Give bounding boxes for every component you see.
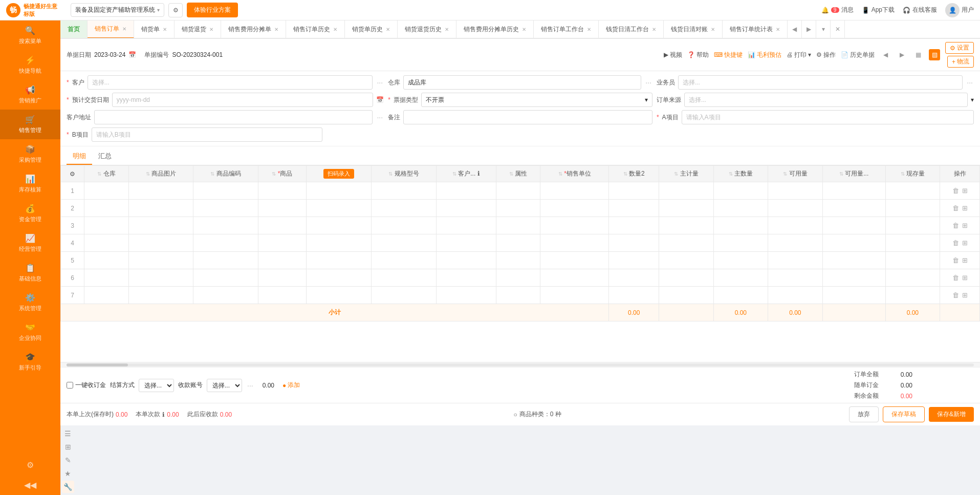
customer-input[interactable]: 选择... xyxy=(88,75,373,90)
row-copy-icon[interactable]: ⊞ xyxy=(962,204,968,212)
profit-button[interactable]: 📊 毛利预估 xyxy=(748,51,781,59)
salesperson-more-button[interactable]: ··· xyxy=(966,78,974,87)
tab-close-icon[interactable]: ✕ xyxy=(776,27,780,32)
panel-icon-3[interactable]: ✎ xyxy=(62,454,74,466)
user-menu[interactable]: 👤 用户 xyxy=(945,3,974,17)
tab-next-button[interactable]: ▶ xyxy=(802,20,816,38)
help-button[interactable]: ❓ 帮助 xyxy=(687,51,709,59)
list-view-button[interactable]: ▧ xyxy=(929,49,940,60)
sidebar-item-basic[interactable]: 📋 基础信息 xyxy=(0,258,60,288)
project-a-input[interactable]: 请输入A项目 xyxy=(682,110,974,124)
detail-tab-summary[interactable]: 汇总 xyxy=(92,149,118,165)
save-new-button[interactable]: 保存&新增 xyxy=(929,407,974,422)
row-delete-icon[interactable]: 🗑 xyxy=(952,204,959,212)
sidebar-item-operations[interactable]: 📈 经营管理 xyxy=(0,228,60,258)
row-sku[interactable] xyxy=(193,182,258,200)
tab-close-icon[interactable]: ✕ xyxy=(209,27,213,32)
sidebar-settings-button[interactable]: ⚙ xyxy=(0,455,60,475)
row-warehouse[interactable] xyxy=(84,182,129,200)
add-logistics-button[interactable]: + 物流 xyxy=(947,56,974,68)
delivery-date-input[interactable]: yyyy-mm-dd xyxy=(112,93,373,107)
tab-close-icon[interactable]: ✕ xyxy=(587,27,591,32)
col-scan[interactable]: 扫码录入 xyxy=(306,166,371,182)
customer-address-input[interactable] xyxy=(94,110,373,124)
row-product[interactable] xyxy=(258,182,306,200)
tab-prev-button[interactable]: ◀ xyxy=(788,20,802,38)
row-qty2[interactable] xyxy=(609,182,659,200)
tab-sales-order[interactable]: 销售订单 ✕ xyxy=(88,20,134,38)
tab-close-all-button[interactable]: ✕ xyxy=(831,20,845,38)
row-delete-icon[interactable]: 🗑 xyxy=(952,239,959,247)
tab-close-icon[interactable]: ✕ xyxy=(445,27,449,32)
layout-next-button[interactable]: ▶ xyxy=(896,49,907,60)
scroll-thumb[interactable] xyxy=(67,363,128,367)
col-settings[interactable]: ⚙ xyxy=(61,166,84,182)
row-unit[interactable] xyxy=(540,182,609,200)
tab-menu-button[interactable]: ▾ xyxy=(816,20,831,38)
layout-prev-button[interactable]: ◀ xyxy=(880,49,891,60)
settings-button[interactable]: ⚙ xyxy=(168,3,183,17)
row-delete-icon[interactable]: 🗑 xyxy=(952,274,959,282)
sidebar-item-marketing[interactable]: 📢 营销推广 xyxy=(0,80,60,110)
scan-button[interactable]: 扫码录入 xyxy=(323,169,354,179)
row-delete-icon[interactable]: 🗑 xyxy=(952,222,959,229)
save-draft-button[interactable]: 保存草稿 xyxy=(883,406,925,422)
row-copy-icon[interactable]: ⊞ xyxy=(962,239,968,247)
tab-close-icon[interactable]: ✕ xyxy=(386,27,390,32)
panel-icon-5[interactable]: 🔧 xyxy=(62,481,74,493)
warehouse-input[interactable]: 成品库 xyxy=(403,75,641,90)
project-b-input[interactable]: 请输入B项目 xyxy=(92,127,322,142)
panel-icon-1[interactable]: ☰ xyxy=(62,427,74,440)
row-copy-icon[interactable]: ⊞ xyxy=(962,256,968,264)
tab-sales-refund-history[interactable]: 销货退货历史 ✕ xyxy=(398,20,456,38)
sidebar-item-finance[interactable]: 💰 资金管理 xyxy=(0,199,60,228)
discard-button[interactable]: 放弃 xyxy=(849,406,879,422)
address-more-button[interactable]: ··· xyxy=(376,113,384,121)
tab-close-icon[interactable]: ✕ xyxy=(333,27,337,32)
order-source-input[interactable]: 选择... xyxy=(684,93,968,107)
sidebar-item-guide[interactable]: 🎓 新手引导 xyxy=(0,347,60,377)
tab-close-icon[interactable]: ✕ xyxy=(711,27,715,32)
tab-sales-expense-history[interactable]: 销售费用分摊单历史 ✕ xyxy=(456,20,534,38)
tab-home[interactable]: 首页 xyxy=(60,20,88,38)
operations-button[interactable]: ⚙ 操作 xyxy=(816,51,836,59)
sidebar-item-enterprise[interactable]: 🤝 企业协同 xyxy=(0,317,60,347)
account-more-button[interactable]: ··· xyxy=(246,381,254,390)
sidebar-item-quicknav[interactable]: ⚡ 快捷导航 xyxy=(0,50,60,80)
row-delete-icon[interactable]: 🗑 xyxy=(952,291,959,299)
tab-close-icon[interactable]: ✕ xyxy=(274,27,278,32)
detail-tab-detail[interactable]: 明细 xyxy=(67,149,92,165)
salesperson-input[interactable]: 选择... xyxy=(678,75,963,90)
row-copy-icon[interactable]: ⊞ xyxy=(962,187,968,195)
print-button[interactable]: 🖨 打印 ▾ xyxy=(787,51,811,59)
warehouse-more-button[interactable]: ··· xyxy=(644,78,652,87)
calendar-icon[interactable]: 📅 xyxy=(128,51,136,58)
panel-icon-2[interactable]: ⊞ xyxy=(62,441,74,453)
app-download-button[interactable]: 📱 App下载 xyxy=(862,6,895,14)
invoice-type-select[interactable]: 不开票 ▾ xyxy=(421,93,652,107)
tab-close-icon[interactable]: ✕ xyxy=(522,27,526,32)
row-copy-icon[interactable]: ⊞ xyxy=(962,274,968,282)
online-service-button[interactable]: 🎧 在线客服 xyxy=(903,6,937,14)
tab-sales-expense-split[interactable]: 销售费用分摊单 ✕ xyxy=(221,20,286,38)
pay-method-select[interactable]: 选择... xyxy=(139,379,174,392)
panel-icon-4[interactable]: ★ xyxy=(62,467,74,480)
row-delete-icon[interactable]: 🗑 xyxy=(952,256,959,264)
notifications-button[interactable]: 🔔 9 消息 xyxy=(821,6,854,14)
row-copy-icon[interactable]: ⊞ xyxy=(962,222,968,229)
tab-close-icon[interactable]: ✕ xyxy=(163,27,167,32)
one-click-deposit-checkbox[interactable]: 一键收订金 xyxy=(67,381,106,390)
scroll-bar[interactable] xyxy=(60,362,980,367)
remark-input[interactable] xyxy=(403,110,652,124)
view-button[interactable]: ▶ 视频 xyxy=(664,51,682,59)
tab-cash-daily-workbench[interactable]: 钱货日清工作台 ✕ xyxy=(599,20,664,38)
tab-close-icon[interactable]: ✕ xyxy=(652,27,656,32)
tab-sales-stats[interactable]: 销售订单统计表 ✕ xyxy=(723,20,788,38)
tab-close-icon[interactable]: ✕ xyxy=(122,26,126,32)
customer-more-button[interactable]: ··· xyxy=(376,78,384,87)
grid-view-button[interactable]: ▦ xyxy=(912,49,924,60)
sidebar-item-inventory[interactable]: 📊 库存核算 xyxy=(0,169,60,199)
sidebar-item-search[interactable]: 🔍 搜索菜单 xyxy=(0,20,60,50)
account-select[interactable]: 选择... xyxy=(207,379,242,392)
sidebar-item-system[interactable]: ⚙️ 系统管理 xyxy=(0,288,60,317)
